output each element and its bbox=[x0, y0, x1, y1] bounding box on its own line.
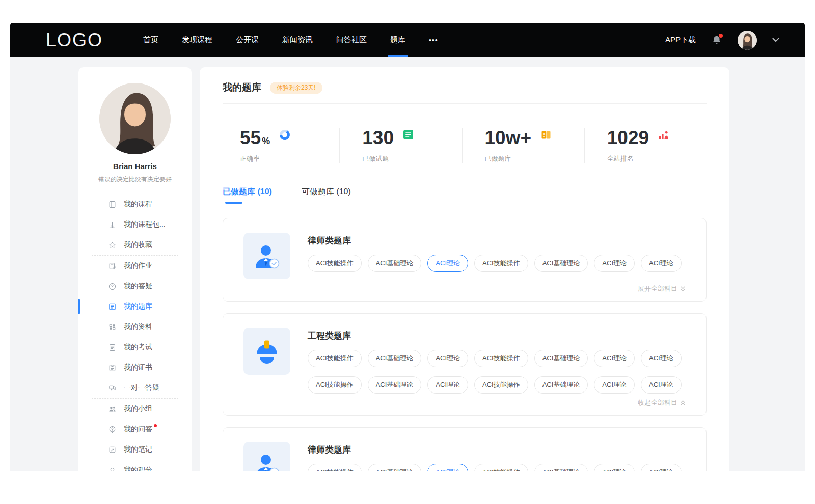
main-panel: 我的题库 体验剩余23天! 55% 正确率 130 已做试题 10w+ bbox=[200, 67, 729, 471]
one-to-one-icon bbox=[108, 384, 117, 393]
subject-tag[interactable]: ACI基础理论 bbox=[534, 464, 588, 471]
subject-tag[interactable]: ACI理论 bbox=[641, 255, 682, 272]
lawyer-icon bbox=[243, 442, 290, 471]
nav-item-news[interactable]: 新闻资讯 bbox=[270, 23, 324, 57]
sidebar-item-my-certificates[interactable]: 我的证书 bbox=[78, 357, 192, 378]
collapse-subjects-link[interactable]: 收起全部科目 bbox=[243, 398, 686, 407]
nav-right: APP下载 bbox=[665, 31, 779, 50]
logo[interactable]: LOGO bbox=[46, 30, 103, 51]
subject-tag[interactable]: ACI理论 bbox=[641, 376, 682, 394]
sidebar: Brian Harris 错误的决定比没有决定要好 我的课程 我的课程包... … bbox=[78, 67, 192, 471]
subject-tag[interactable]: ACI基础理论 bbox=[534, 350, 588, 367]
tag-row: ACI技能操作 ACI基础理论 ACI理论 ACI技能操作 ACI基础理论 AC… bbox=[308, 464, 686, 471]
profile-motto: 错误的决定比没有决定要好 bbox=[78, 175, 192, 184]
notification-dot bbox=[719, 34, 723, 38]
subject-tag[interactable]: ACI技能操作 bbox=[308, 376, 362, 394]
sidebar-item-my-favorites[interactable]: 我的收藏 bbox=[78, 235, 192, 255]
subject-tag-selected[interactable]: ACI理论 bbox=[427, 255, 468, 272]
subject-tag[interactable]: ACI理论 bbox=[427, 350, 468, 367]
sidebar-item-my-courses[interactable]: 我的课程 bbox=[78, 194, 192, 214]
subject-tag[interactable]: ACI基础理论 bbox=[368, 350, 422, 367]
page-content: Brian Harris 错误的决定比没有决定要好 我的课程 我的课程包... … bbox=[10, 57, 805, 471]
tag-row: ACI技能操作 ACI基础理论 ACI理论 ACI技能操作 ACI基础理论 AC… bbox=[308, 255, 686, 272]
question-bank-icon bbox=[108, 302, 117, 311]
sidebar-item-one-to-one[interactable]: 一对一答疑 bbox=[78, 378, 192, 398]
subject-tag[interactable]: ACI理论 bbox=[594, 464, 635, 471]
bank-card-engineering: 工程类题库 ACI技能操作 ACI基础理论 ACI理论 ACI技能操作 ACI基… bbox=[223, 313, 707, 416]
banks-done-icon bbox=[540, 129, 552, 141]
user-avatar[interactable] bbox=[738, 31, 757, 50]
more-icon[interactable]: ••• bbox=[417, 23, 450, 57]
bank-tabs: 已做题库 (10) 可做题库 (10) bbox=[223, 187, 707, 208]
subject-tag[interactable]: ACI基础理论 bbox=[368, 255, 422, 272]
sidebar-menu: 我的课程 我的课程包... 我的收藏 我的作业 我的答疑 我的题库 bbox=[78, 194, 192, 471]
profile-block: Brian Harris 错误的决定比没有决定要好 bbox=[78, 67, 192, 184]
subject-tag[interactable]: ACI基础理论 bbox=[534, 255, 588, 272]
subject-tag[interactable]: ACI技能操作 bbox=[474, 255, 528, 272]
top-navbar: LOGO 首页 发现课程 公开课 新闻资讯 问答社区 题库 ••• APP下载 bbox=[10, 23, 805, 57]
qa-icon bbox=[108, 425, 117, 434]
expand-subjects-link[interactable]: 展开全部科目 bbox=[243, 284, 686, 293]
tab-done-banks[interactable]: 已做题库 (10) bbox=[223, 187, 272, 208]
bank-card-lawyer-1: 律师类题库 ACI技能操作 ACI基础理论 ACI理论 ACI技能操作 ACI基… bbox=[223, 218, 707, 302]
notification-bell-icon[interactable] bbox=[711, 35, 722, 46]
sidebar-item-my-question-bank[interactable]: 我的题库 bbox=[78, 296, 192, 317]
app-download-link[interactable]: APP下载 bbox=[665, 35, 696, 45]
sidebar-item-my-homework[interactable]: 我的作业 bbox=[78, 256, 192, 276]
certificate-icon bbox=[108, 363, 117, 372]
subject-tag[interactable]: ACI基础理论 bbox=[534, 376, 588, 394]
subject-tag[interactable]: ACI理论 bbox=[641, 350, 682, 367]
subject-tag[interactable]: ACI技能操作 bbox=[474, 376, 528, 394]
double-chevron-down-icon bbox=[680, 286, 686, 292]
points-icon bbox=[108, 466, 117, 471]
subject-tag[interactable]: ACI技能操作 bbox=[474, 350, 528, 367]
nav-item-qa-community[interactable]: 问答社区 bbox=[324, 23, 378, 57]
subject-tag[interactable]: ACI理论 bbox=[641, 464, 682, 471]
stats-row: 55% 正确率 130 已做试题 10w+ 已做题库 bbox=[223, 128, 707, 163]
sidebar-item-my-points[interactable]: 我的积分 bbox=[78, 460, 192, 471]
subject-tag[interactable]: ACI基础理论 bbox=[368, 464, 422, 471]
course-package-icon bbox=[108, 220, 117, 229]
subject-tag[interactable]: ACI技能操作 bbox=[474, 464, 528, 471]
nav-item-open-class[interactable]: 公开课 bbox=[224, 23, 270, 57]
subject-tag[interactable]: ACI基础理论 bbox=[368, 376, 422, 394]
nav-item-discover-courses[interactable]: 发现课程 bbox=[170, 23, 224, 57]
subject-tag[interactable]: ACI理论 bbox=[594, 376, 635, 394]
stat-accuracy: 55% 正确率 bbox=[223, 128, 339, 163]
sidebar-item-my-materials[interactable]: 我的资料 bbox=[78, 317, 192, 337]
subject-tag[interactable]: ACI理论 bbox=[427, 376, 468, 394]
subject-tag[interactable]: ACI技能操作 bbox=[308, 464, 362, 471]
sidebar-item-my-groups[interactable]: 我的小组 bbox=[78, 399, 192, 419]
sidebar-item-my-course-packages[interactable]: 我的课程包... bbox=[78, 214, 192, 235]
double-chevron-up-icon bbox=[680, 400, 686, 406]
bank-title: 律师类题库 bbox=[308, 444, 686, 456]
course-icon bbox=[108, 200, 117, 209]
subject-tag[interactable]: ACI技能操作 bbox=[308, 350, 362, 367]
lawyer-icon bbox=[243, 233, 290, 279]
avatar-portrait bbox=[738, 31, 757, 50]
profile-avatar bbox=[99, 83, 171, 154]
chevron-down-icon[interactable] bbox=[772, 38, 779, 42]
questions-done-icon bbox=[403, 129, 414, 140]
trial-badge: 体验剩余23天! bbox=[270, 82, 322, 94]
tag-row: ACI技能操作 ACI基础理论 ACI理论 ACI技能操作 ACI基础理论 AC… bbox=[308, 376, 686, 394]
group-icon bbox=[108, 405, 117, 413]
bank-card-lawyer-2: 律师类题库 ACI技能操作 ACI基础理论 ACI理论 ACI技能操作 ACI基… bbox=[223, 427, 707, 471]
answer-icon bbox=[108, 282, 117, 291]
subject-tag[interactable]: ACI理论 bbox=[594, 255, 635, 272]
bank-title: 工程类题库 bbox=[308, 330, 686, 342]
tag-row: ACI技能操作 ACI基础理论 ACI理论 ACI技能操作 ACI基础理论 AC… bbox=[308, 350, 686, 367]
subject-tag-selected[interactable]: ACI理论 bbox=[427, 464, 468, 471]
tab-available-banks[interactable]: 可做题库 (10) bbox=[302, 187, 351, 208]
sidebar-item-my-questions[interactable]: 我的问答 bbox=[78, 419, 192, 439]
accuracy-donut-icon bbox=[279, 129, 290, 141]
page-title: 我的题库 bbox=[223, 81, 261, 94]
subject-tag[interactable]: ACI技能操作 bbox=[308, 255, 362, 272]
sidebar-item-my-exams[interactable]: 我的考试 bbox=[78, 337, 192, 357]
nav-item-question-bank[interactable]: 题库 bbox=[378, 23, 417, 57]
nav-item-home[interactable]: 首页 bbox=[131, 23, 170, 57]
sidebar-item-my-answers[interactable]: 我的答疑 bbox=[78, 276, 192, 296]
stat-questions-done: 130 已做试题 bbox=[339, 128, 461, 163]
sidebar-item-my-notes[interactable]: 我的笔记 bbox=[78, 439, 192, 460]
subject-tag[interactable]: ACI理论 bbox=[594, 350, 635, 367]
